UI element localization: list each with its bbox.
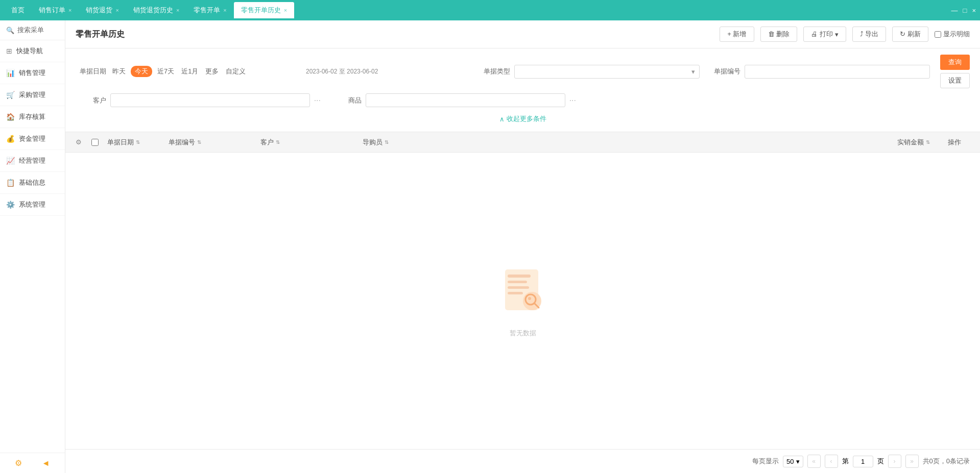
window-minimize[interactable]: — [951, 7, 958, 14]
col-header-number[interactable]: 单据编号 ⇅ [164, 138, 256, 147]
shortcut-last-month[interactable]: 近1月 [179, 66, 200, 77]
page-size-select[interactable]: 50 ▾ [783, 456, 803, 467]
toolbar: + 新增 🗑 删除 🖨 打印 ▾ ⤴ 导出 ↻ 刷新 显示明细 [720, 27, 970, 42]
col-header-date[interactable]: 单据日期 ⇅ [103, 138, 164, 147]
sidebar-settings-icon[interactable]: ⚙ [15, 458, 22, 468]
refresh-button[interactable]: ↻ 刷新 [892, 27, 928, 42]
close-icon[interactable]: × [115, 7, 118, 13]
close-icon[interactable]: × [284, 7, 287, 13]
date-range-text: 2023-06-02 至 2023-06-02 [306, 68, 378, 75]
page-last-button[interactable]: » [905, 455, 919, 468]
query-button[interactable]: 查询 [940, 55, 970, 70]
client-picker-icon[interactable]: ··· [314, 96, 321, 105]
shortcut-custom[interactable]: 自定义 [224, 66, 248, 77]
close-icon[interactable]: × [176, 7, 179, 13]
tab-retail-open-history[interactable]: 零售开单历史 × [234, 2, 294, 18]
empty-illustration [497, 264, 548, 320]
select-all-checkbox[interactable] [87, 139, 103, 146]
filter-number-input[interactable] [745, 65, 930, 79]
shortcut-today[interactable]: 今天 [131, 66, 152, 77]
sidebar-collapse-icon[interactable]: ◄ [42, 459, 50, 468]
operations-icon: 📈 [6, 157, 15, 165]
display-detail-checkbox[interactable] [935, 31, 941, 38]
display-detail-toggle[interactable]: 显示明细 [935, 30, 970, 39]
display-detail-label: 显示明细 [943, 30, 970, 39]
col-number-label: 单据编号 [169, 138, 195, 147]
add-button[interactable]: + 新增 [720, 27, 754, 42]
sidebar-item-label: 经营管理 [19, 156, 45, 165]
sidebar-item-system[interactable]: ⚙️ 系统管理 [0, 194, 65, 216]
svg-rect-1 [508, 275, 531, 278]
tab-home[interactable]: 首页 [4, 2, 32, 18]
svg-rect-2 [508, 281, 527, 283]
print-button[interactable]: 🖨 打印 ▾ [803, 27, 846, 42]
shortcut-more[interactable]: 更多 [203, 66, 221, 77]
filter-client-label: 客户 [76, 96, 106, 105]
page-suffix: 页 [877, 457, 884, 466]
inventory-icon: 🏠 [6, 113, 15, 121]
col-header-guide[interactable]: 导购员 ⇅ [358, 138, 420, 147]
page-first-button[interactable]: « [807, 455, 821, 468]
tab-sales-return-history[interactable]: 销货退货历史 × [126, 2, 186, 18]
filter-type-select[interactable]: ▾ [514, 65, 700, 79]
goods-picker-icon[interactable]: ··· [569, 96, 576, 105]
filter-goods-label: 商品 [331, 96, 362, 105]
close-icon[interactable]: × [223, 7, 226, 13]
table-area: ⚙ 单据日期 ⇅ 单据编号 ⇅ 客户 ⇅ 导购员 ⇅ [65, 132, 980, 449]
date-shortcuts: 昨天 今天 近7天 近1月 更多 自定义 [110, 66, 248, 77]
tab-retail-open-history-label: 零售开单历史 [241, 6, 281, 15]
window-controls: — □ × [951, 7, 976, 14]
table-header: ⚙ 单据日期 ⇅ 单据编号 ⇅ 客户 ⇅ 导购员 ⇅ [65, 132, 980, 153]
sidebar-item-operations[interactable]: 📈 经营管理 [0, 150, 65, 172]
sort-icon: ⇅ [276, 139, 280, 145]
window-restore[interactable]: □ [963, 7, 967, 14]
filter-row-2: 客户 ··· 商品 ··· [76, 93, 970, 107]
tab-retail-open-label: 零售开单 [194, 6, 220, 15]
filter-collapse-button[interactable]: ∧ 收起更多条件 [76, 112, 970, 126]
filter-type-field: 单据类型 ▾ [480, 65, 700, 79]
pagination: 每页显示 50 ▾ « ‹ 第 页 › » 共0页，0条记录 [65, 449, 980, 473]
close-icon[interactable]: × [68, 7, 71, 13]
page-prev-button[interactable]: ‹ [825, 455, 838, 468]
export-button[interactable]: ⤴ 导出 [852, 27, 887, 42]
col-header-client[interactable]: 客户 ⇅ [256, 138, 358, 147]
sales-icon: 📊 [6, 69, 15, 77]
quick-nav-icon: ⊞ [6, 47, 12, 55]
sort-icon: ⇅ [136, 139, 140, 145]
sidebar: 🔍 搜索采单 ⊞ 快捷导航 📊 销售管理 🛒 采购管理 🏠 库存核算 💰 资金管… [0, 20, 65, 473]
collapse-icon: ∧ [499, 115, 505, 123]
sidebar-item-label: 销售管理 [19, 68, 45, 78]
shortcut-yesterday[interactable]: 昨天 [110, 66, 128, 77]
window-close[interactable]: × [972, 7, 976, 14]
tab-sales-return[interactable]: 销货退货 × [79, 2, 126, 18]
filter-number-field: 单据编号 [710, 65, 930, 79]
page-next-button[interactable]: › [888, 455, 901, 468]
tab-retail-open[interactable]: 零售开单 × [186, 2, 233, 18]
sidebar-item-inventory[interactable]: 🏠 库存核算 [0, 106, 65, 128]
tab-home-label: 首页 [11, 6, 25, 15]
print-arrow-icon: ▾ [835, 31, 839, 38]
empty-state: 暂无数据 [65, 153, 980, 449]
col-header-amount[interactable]: 实销金额 ⇅ [873, 138, 934, 147]
settings-button[interactable]: 设置 [940, 73, 970, 88]
filter-client-input[interactable] [110, 93, 310, 107]
filter-client-field: 客户 ··· [76, 93, 321, 107]
sidebar-item-purchase-mgmt[interactable]: 🛒 采购管理 [0, 84, 65, 106]
top-bar: 首页 销售订单 × 销货退货 × 销货退货历史 × 零售开单 × 零售开单历史 … [0, 0, 980, 20]
svg-rect-4 [508, 292, 523, 294]
tab-sales-order[interactable]: 销售订单 × [32, 2, 79, 18]
tab-sales-return-label: 销货退货 [86, 6, 112, 15]
page-number-input[interactable] [853, 456, 873, 467]
search-icon: 🔍 [6, 27, 14, 34]
select-all-input[interactable] [91, 139, 99, 146]
sidebar-search[interactable]: 🔍 搜索采单 [0, 20, 65, 40]
shortcut-last7[interactable]: 近7天 [155, 66, 176, 77]
sidebar-item-finance[interactable]: 💰 资金管理 [0, 128, 65, 150]
column-settings-button[interactable]: ⚙ [70, 138, 87, 146]
sidebar-item-quick-nav[interactable]: ⊞ 快捷导航 [0, 40, 65, 62]
main-layout: 🔍 搜索采单 ⊞ 快捷导航 📊 销售管理 🛒 采购管理 🏠 库存核算 💰 资金管… [0, 20, 980, 473]
sidebar-item-basic-info[interactable]: 📋 基础信息 [0, 172, 65, 194]
sidebar-item-sales-mgmt[interactable]: 📊 销售管理 [0, 62, 65, 84]
filter-goods-input[interactable] [366, 93, 565, 107]
delete-button[interactable]: 🗑 删除 [760, 27, 798, 42]
